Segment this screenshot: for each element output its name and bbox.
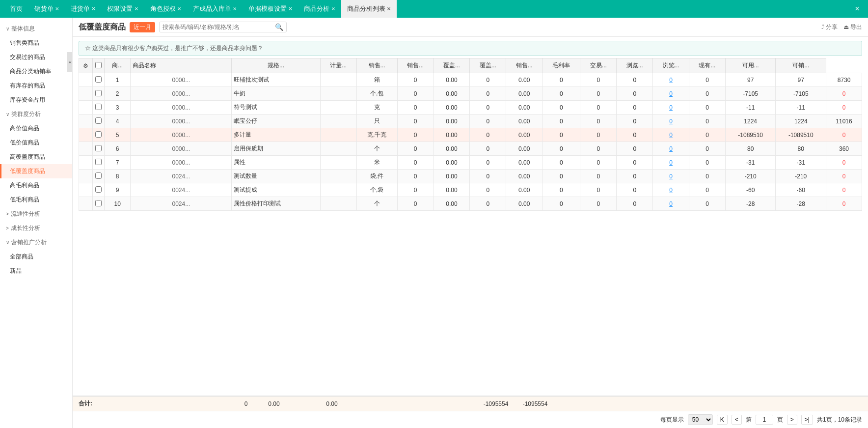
cell-check-5[interactable]: [93, 142, 105, 156]
cell-browse1-1[interactable]: 0: [653, 87, 689, 101]
table-row: 2 0000... 牛奶 个,包 0 0.00 0 0.00 0 0 0 0 0…: [79, 87, 862, 101]
next-page-btn[interactable]: >: [787, 415, 797, 425]
cell-sales-count-3: 0: [397, 114, 434, 128]
sidebar-section-liquidity[interactable]: > 流通性分析: [0, 207, 72, 221]
cell-settings-0: [79, 73, 93, 87]
sidebar-item-category-rate[interactable]: 商品分类动销率: [0, 64, 72, 79]
nav-home[interactable]: 首页: [4, 0, 28, 18]
current-page-input[interactable]: [756, 415, 773, 425]
nav-product-storage[interactable]: 产成品入库单 ×: [187, 0, 243, 18]
sidebar-item-traded-products[interactable]: 交易过的商品: [0, 50, 72, 64]
cell-browse1-5[interactable]: 0: [653, 142, 689, 156]
row-checkbox-3[interactable]: [95, 117, 102, 124]
export-btn[interactable]: ⏏ 导出: [843, 23, 862, 31]
cell-browse1-0[interactable]: 0: [653, 73, 689, 87]
cell-browse2-2: 0: [689, 101, 726, 114]
cell-check-2[interactable]: [93, 101, 105, 114]
sidebar-item-stocked-products[interactable]: 有库存的商品: [0, 79, 72, 93]
cell-check-7[interactable]: [93, 170, 105, 183]
cell-trade-6: 0: [617, 156, 653, 170]
cell-browse1-4[interactable]: 0: [653, 128, 689, 142]
row-checkbox-8[interactable]: [95, 186, 102, 193]
cell-sales-count-5: 0: [397, 142, 434, 156]
sidebar-section-marketing[interactable]: ∨ 营销推广分析: [0, 235, 72, 250]
cell-check-6[interactable]: [93, 156, 105, 170]
prev-page-btn[interactable]: <: [732, 415, 742, 425]
row-checkbox-2[interactable]: [95, 104, 102, 110]
cell-browse1-7[interactable]: 0: [653, 170, 689, 183]
time-filter-btn[interactable]: 近一月: [130, 22, 155, 32]
cell-unit-1: 个,包: [356, 87, 397, 101]
nav-product-analysis-list[interactable]: 商品分析列表 ×: [341, 0, 397, 18]
row-checkbox-9[interactable]: [95, 200, 102, 206]
sidebar-item-high-margin[interactable]: 高毛利商品: [0, 178, 72, 193]
cell-sales3-6: 0: [542, 156, 580, 170]
sidebar-item-high-value[interactable]: 高价值商品: [0, 121, 72, 136]
share-btn[interactable]: ⤴ 分享: [821, 23, 838, 31]
select-all-checkbox[interactable]: [95, 62, 102, 68]
cell-check-4[interactable]: [93, 128, 105, 142]
nav-permission[interactable]: 权限设置 ×: [101, 0, 144, 18]
cell-check-9[interactable]: [93, 197, 105, 211]
cell-check-1[interactable]: [93, 87, 105, 101]
cell-check-8[interactable]: [93, 183, 105, 197]
sidebar-item-low-value[interactable]: 低价值商品: [0, 136, 72, 150]
sidebar-item-high-coverage[interactable]: 高覆盖度商品: [0, 150, 72, 164]
cell-cover2-2: 0.00: [506, 101, 542, 114]
col-header-browse2: 浏览...: [653, 58, 689, 73]
cell-check-0[interactable]: [93, 73, 105, 87]
sidebar-section-overall[interactable]: ∨ 整体信息: [0, 22, 72, 36]
cell-settings-7: [79, 170, 93, 183]
cell-code-2: 0000...: [131, 101, 232, 114]
col-header-check[interactable]: [93, 58, 105, 73]
sidebar-item-all-products[interactable]: 全部商品: [0, 250, 72, 264]
cell-sales-amount-9: 0.00: [434, 197, 470, 211]
cell-gross-9: 0: [580, 197, 617, 211]
cell-browse1-9[interactable]: 0: [653, 197, 689, 211]
expand-icon-2: ∨: [6, 112, 9, 117]
cell-name-2: 符号测试: [232, 101, 320, 114]
cell-code-3: 0000...: [131, 114, 232, 128]
nav-role-auth[interactable]: 角色授权 ×: [144, 0, 187, 18]
col-header-settings[interactable]: ⚙: [79, 58, 93, 73]
cell-browse1-8[interactable]: 0: [653, 183, 689, 197]
cell-sales-amount-7: 0.00: [434, 170, 470, 183]
cell-sales3-3: 0: [542, 114, 580, 128]
total-sales-count: 0: [234, 400, 258, 407]
nav-close-btn[interactable]: ×: [850, 2, 864, 16]
sidebar-item-sales-products[interactable]: 销售类商品: [0, 36, 72, 50]
nav-sales-order[interactable]: 销货单 ×: [28, 0, 65, 18]
row-checkbox-5[interactable]: [95, 145, 102, 151]
row-checkbox-4[interactable]: [95, 131, 102, 138]
cell-no-3: 4: [105, 114, 131, 128]
table-container[interactable]: ⚙ 商... 商品名称 规格... 计量... 销售... 销售... 覆盖..…: [79, 58, 862, 396]
cell-browse1-3[interactable]: 0: [653, 114, 689, 128]
sidebar-item-low-coverage[interactable]: 低覆盖度商品: [0, 164, 72, 178]
cell-sales3-1: 0: [542, 87, 580, 101]
first-page-btn[interactable]: K: [717, 415, 728, 425]
info-banner: ☆ 这类商品只有很少客户购买过，是推广不够，还是商品本身问题？: [79, 41, 862, 56]
sidebar-item-inventory-capital[interactable]: 库存资金占用: [0, 93, 72, 107]
col-header-spec: 规格...: [232, 58, 320, 73]
sidebar-section-growth[interactable]: > 成长性分析: [0, 221, 72, 235]
cell-browse1-2[interactable]: 0: [653, 101, 689, 114]
nav-purchase-order[interactable]: 进货单 ×: [65, 0, 101, 18]
cell-current-stock-0: 97: [725, 73, 776, 87]
sidebar-item-low-margin[interactable]: 低毛利商品: [0, 193, 72, 207]
cell-trade-7: 0: [617, 170, 653, 183]
row-checkbox-7[interactable]: [95, 172, 102, 179]
row-checkbox-1[interactable]: [95, 90, 102, 96]
sidebar-item-new-products[interactable]: 新品: [0, 264, 72, 278]
sidebar-section-cluster[interactable]: ∨ 类群度分析: [0, 107, 72, 121]
nav-product-analysis[interactable]: 商品分析 ×: [298, 0, 341, 18]
row-checkbox-6[interactable]: [95, 159, 102, 165]
sidebar-collapse-btn[interactable]: «: [67, 52, 73, 72]
row-checkbox-0[interactable]: [95, 76, 102, 83]
last-page-btn[interactable]: >|: [801, 415, 813, 425]
cell-check-3[interactable]: [93, 114, 105, 128]
search-input[interactable]: [163, 24, 275, 30]
cell-sales3-5: 0: [542, 142, 580, 156]
cell-browse1-6[interactable]: 0: [653, 156, 689, 170]
nav-template[interactable]: 单据模板设置 ×: [243, 0, 298, 18]
per-page-select[interactable]: 50 20 100: [688, 414, 713, 425]
